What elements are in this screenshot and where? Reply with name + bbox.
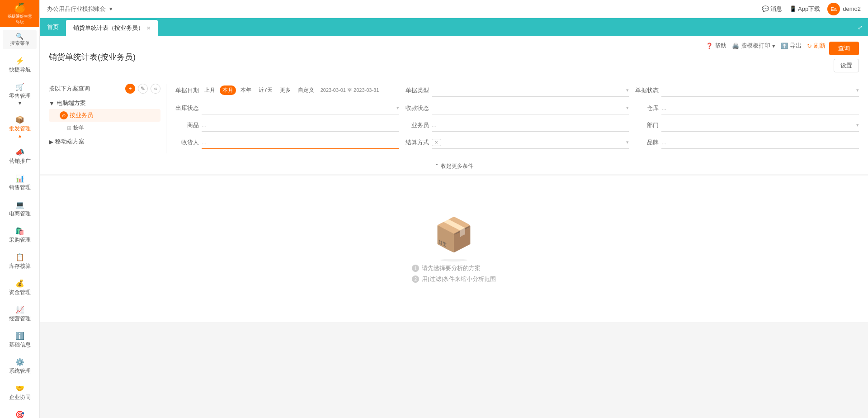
tab-home[interactable]: 首页	[40, 18, 66, 36]
tab-expand-button[interactable]: ⤢	[852, 24, 868, 31]
goods-control[interactable]: ...	[202, 119, 399, 132]
retail-arrow-icon: ▾	[19, 100, 21, 106]
date-btn-custom[interactable]: 自定义	[295, 86, 317, 95]
search-menu-item[interactable]: 🔍 搜索菜单	[3, 30, 37, 49]
sidebar-item-system[interactable]: ⚙️ 系统管理	[0, 353, 39, 380]
app-download-button[interactable]: 📱 App下载	[789, 5, 820, 13]
sidebar-item-collab[interactable]: 🤝 企业协同	[0, 380, 39, 406]
sidebar-item-sales[interactable]: 📊 销售管理	[0, 170, 39, 196]
sidebar-item-marketing[interactable]: 📣 营销推广	[0, 143, 39, 170]
collapse-label: 收起更多条件	[441, 163, 473, 169]
settle-method-control[interactable]: × ▾	[432, 136, 629, 149]
message-button[interactable]: 💬 消息	[762, 5, 783, 13]
main-area: 办公用品行业模拟账套 ▾ 💬 消息 📱 App下载 Ea demo2 首页 销货…	[40, 0, 868, 418]
operation-label: 经营管理	[2, 315, 38, 323]
sidebar-item-wholesale[interactable]: 📦 批发管理 ▴	[0, 111, 39, 143]
print-label: 按模板打印	[741, 42, 770, 50]
sales-label: 销售管理	[2, 184, 38, 191]
collapse-bar[interactable]: ⌃ 收起更多条件	[40, 159, 868, 174]
filter-date: 单据日期 上月 本月 本年 近7天 更多 自定义 2023-03-01 至 20…	[174, 84, 399, 97]
sidebar-item-inventory[interactable]: 📋 库存核算	[0, 248, 39, 275]
tab-close-icon[interactable]: ✕	[146, 25, 151, 31]
query-button[interactable]: 查询	[829, 42, 859, 55]
brand-control[interactable]: ...	[661, 136, 859, 149]
tip-num-2: 2	[412, 276, 419, 283]
receiver-control[interactable]: ...	[202, 136, 399, 149]
retail-label: 零售管理	[2, 92, 38, 100]
marketing-label: 营销推广	[2, 157, 38, 165]
scheme-sub-item-order[interactable]: ⊞ 按单	[49, 122, 160, 134]
sidebar-item-retail[interactable]: 🛒 零售管理 ▾	[0, 78, 39, 111]
doc-status-label: 单据状态	[633, 86, 659, 95]
expand-icon: ⤢	[858, 24, 863, 31]
date-btn-this-month[interactable]: 本月	[220, 86, 236, 95]
brand-label: 品牌	[633, 138, 659, 147]
scheme-item-salesperson-label: 按业务员	[70, 111, 93, 119]
filter-brand: 品牌 ...	[633, 136, 859, 149]
scheme-title: 按以下方案查询	[49, 85, 90, 93]
doc-type-control[interactable]: ▾	[432, 84, 629, 97]
out-status-control[interactable]: ▾	[202, 102, 399, 114]
scheme-group-desktop-label: 电脑端方案	[57, 99, 86, 107]
salesperson-value: ...	[432, 122, 437, 128]
user-name: demo2	[843, 5, 861, 12]
print-icon: 🖨️	[732, 43, 739, 49]
scheme-group-desktop: ▼ 电脑端方案 ⊙ 按业务员 ⊞ 按单	[49, 97, 160, 134]
app-logo-text: 畅捷通好生意	[8, 14, 32, 19]
date-btn-last-month[interactable]: 上月	[202, 86, 218, 95]
system-label: 系统管理	[2, 367, 38, 375]
breadcrumb-text: 办公用品行业模拟账套	[47, 5, 106, 13]
sidebar-item-operation[interactable]: 📈 经营管理	[0, 301, 39, 327]
refresh-icon: ↻	[807, 43, 812, 49]
sidebar: 🍊 畅捷通好生意 标版 🔍 搜索菜单 ⚡ 快捷导航 🛒 零售管理 ▾ 📦 批发管…	[0, 0, 40, 418]
filter-fields: 单据日期 上月 本月 本年 近7天 更多 自定义 2023-03-01 至 20…	[166, 84, 859, 153]
date-btn-more[interactable]: 更多	[277, 86, 293, 95]
page-title: 销货单统计表(按业务员)	[49, 52, 136, 62]
filter-goods: 商品 ...	[174, 119, 399, 132]
tab-sales-stat[interactable]: 销货单统计表（按业务员） ✕	[66, 20, 158, 36]
message-label: 消息	[770, 5, 782, 12]
export-label: 导出	[790, 42, 802, 50]
scheme-group-mobile-title[interactable]: ▶ 移动端方案	[49, 136, 160, 147]
filter-salesperson: 业务员 ...	[404, 119, 629, 132]
refresh-button[interactable]: ↻ 刷新	[807, 42, 826, 50]
sidebar-item-purchase[interactable]: 🛍️ 采购管理	[0, 222, 39, 248]
collapse-icon: ⌃	[434, 163, 439, 169]
tip-text-2: 用[过滤]条件来缩小分析范围	[422, 275, 495, 283]
help-button[interactable]: ❓ 帮助	[706, 42, 726, 50]
scheme-group-desktop-title[interactable]: ▼ 电脑端方案	[49, 97, 160, 109]
sidebar-item-basic-info[interactable]: ℹ️ 基础信息	[0, 327, 39, 353]
sidebar-item-ecommerce[interactable]: 💻 电商管理	[0, 196, 39, 222]
date-control[interactable]: 上月 本月 本年 近7天 更多 自定义 2023-03-01 至 2023-03…	[202, 84, 399, 97]
settle-method-tag-close[interactable]: ×	[435, 139, 438, 146]
receiver-value: ...	[202, 139, 207, 146]
empty-state: 📦 1 请先选择要分析的方案 2 用[过滤]条件来缩小分析范围	[40, 176, 868, 322]
scheme-actions: + ✎ «	[125, 84, 160, 94]
scheme-group-mobile: ▶ 移动端方案	[49, 136, 160, 147]
purchase-icon: 🛍️	[2, 227, 38, 235]
user-info[interactable]: Ea demo2	[827, 3, 861, 15]
export-button[interactable]: ⬆️ 导出	[781, 42, 802, 50]
sidebar-item-quick-nav[interactable]: ⚡ 快捷导航	[0, 52, 39, 78]
print-button[interactable]: 🖨️ 按模板打印 ▾	[732, 42, 775, 50]
filter-doc-type: 单据类型 ▾	[404, 84, 629, 97]
scheme-item-salesperson[interactable]: ⊙ 按业务员	[49, 109, 160, 122]
date-btn-7days[interactable]: 近7天	[256, 86, 275, 95]
breadcrumb-dropdown-icon[interactable]: ▾	[109, 5, 113, 12]
collect-status-control[interactable]: ▾	[432, 102, 629, 114]
date-btn-this-year[interactable]: 本年	[238, 86, 254, 95]
add-scheme-button[interactable]: +	[125, 84, 135, 94]
filter-collect-status: 收款状态 ▾	[404, 102, 629, 114]
warehouse-control[interactable]: ...	[661, 102, 859, 114]
salesperson-control[interactable]: ...	[432, 119, 629, 132]
settle-method-label: 结算方式	[404, 138, 429, 147]
department-dropdown-icon: ▾	[856, 122, 859, 128]
sidebar-item-finance[interactable]: 💰 资金管理	[0, 275, 39, 301]
edit-scheme-button[interactable]: ✎	[138, 84, 148, 94]
doc-status-control[interactable]: ▾	[661, 84, 859, 97]
sidebar-item-newguide[interactable]: 🎯 新手引导	[0, 406, 39, 418]
department-control[interactable]: ▾	[661, 119, 859, 132]
retail-icon: 🛒	[2, 83, 38, 91]
setting-button[interactable]: 设置	[834, 59, 859, 72]
collapse-scheme-button[interactable]: «	[151, 84, 160, 94]
